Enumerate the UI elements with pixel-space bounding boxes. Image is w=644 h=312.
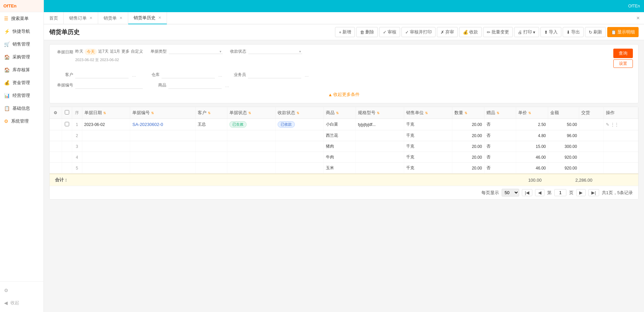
select-all-checkbox[interactable] bbox=[65, 110, 69, 114]
row-seq: 1 bbox=[72, 119, 82, 130]
row-doc-no bbox=[130, 163, 195, 174]
search-icon: ☰ bbox=[4, 16, 8, 21]
reject-button[interactable]: ✗ 弃审 bbox=[437, 27, 458, 37]
customer-dots[interactable]: ... bbox=[131, 72, 136, 78]
row-spec bbox=[356, 163, 404, 174]
tab-sales-delivery-close[interactable]: ✕ bbox=[119, 16, 122, 20]
add-button[interactable]: + 新增 bbox=[335, 27, 355, 37]
th-payment-status[interactable]: 收款状态⇅ bbox=[276, 107, 324, 119]
warehouse-dots[interactable]: ... bbox=[217, 72, 222, 78]
sidebar-item-operations-mgmt[interactable]: 📊 经营管理 bbox=[0, 89, 44, 102]
batch-change-button[interactable]: ✏ 批量变更 bbox=[483, 27, 513, 37]
sidebar-item-system-mgmt[interactable]: ⚙ 系统管理 bbox=[0, 115, 44, 128]
sidebar-item-settings[interactable]: ⚙ bbox=[0, 284, 44, 296]
date-quick-more[interactable]: 更多 bbox=[121, 49, 130, 55]
th-customer[interactable]: 客户⇅ bbox=[195, 107, 227, 119]
row-settings bbox=[50, 141, 62, 152]
th-qty[interactable]: 数量⇅ bbox=[452, 107, 484, 119]
print-button[interactable]: 🖨 打印 ▾ bbox=[514, 27, 539, 37]
doc-number-input[interactable] bbox=[75, 82, 143, 89]
date-filter-top: 单据日期 昨天 今天 近7天 近1月 更多 自定义 bbox=[55, 49, 143, 56]
th-gift[interactable]: 赠品⇅ bbox=[484, 107, 516, 119]
tab-sales-history-close[interactable]: ✕ bbox=[158, 16, 161, 20]
show-detail-button[interactable]: 📋 显示明细 bbox=[607, 27, 639, 37]
row-price: 46.00 bbox=[516, 152, 548, 163]
sidebar-item-search-menu[interactable]: ☰ 搜索菜单 bbox=[0, 12, 44, 25]
sidebar-item-finance-mgmt[interactable]: 💰 资金管理 bbox=[0, 76, 44, 89]
doc-no-link[interactable]: SA-20230602-0 bbox=[132, 122, 163, 127]
payment-status-dropdown-icon: ▾ bbox=[299, 50, 302, 53]
per-page-select[interactable]: 50 100 bbox=[502, 189, 519, 197]
top-bar-brand: OfTEn bbox=[628, 4, 640, 8]
first-page-button[interactable]: |◀ bbox=[522, 189, 532, 196]
th-price[interactable]: 单价⇅ bbox=[516, 107, 548, 119]
customer-input[interactable] bbox=[75, 71, 129, 78]
row-delivery bbox=[579, 119, 604, 130]
th-checkbox[interactable] bbox=[62, 107, 72, 119]
row-doc-status bbox=[227, 152, 276, 163]
product-input[interactable] bbox=[168, 82, 222, 89]
last-page-button[interactable]: ▶| bbox=[588, 189, 599, 196]
page-number-input[interactable] bbox=[554, 189, 566, 196]
export-button[interactable]: ⬇ 导出 bbox=[563, 27, 584, 37]
tab-sales-history[interactable]: 销货单历史 ✕ bbox=[128, 12, 167, 24]
approve-print-label: 审核并打印 bbox=[410, 29, 432, 35]
row-amount: 920.00 bbox=[548, 152, 579, 163]
th-doc-no[interactable]: 单据编号⇅ bbox=[130, 107, 195, 119]
th-product[interactable]: 商品⇅ bbox=[324, 107, 356, 119]
more-op-button[interactable]: ⋮⋮ bbox=[611, 122, 619, 127]
print-label: 打印 bbox=[523, 29, 532, 35]
tab-sales-delivery[interactable]: 销货单 ✕ bbox=[98, 12, 128, 24]
salesperson-input[interactable] bbox=[248, 71, 301, 78]
prev-page-button[interactable]: ◀ bbox=[535, 189, 544, 196]
date-quick-yesterday[interactable]: 昨天 bbox=[75, 49, 83, 55]
sidebar-item-basic-info[interactable]: 📋 基础信息 bbox=[0, 102, 44, 115]
tab-sales-order[interactable]: 销售订单 ✕ bbox=[64, 12, 98, 24]
next-page-button[interactable]: ▶ bbox=[576, 189, 586, 196]
th-settings[interactable]: ⚙ bbox=[50, 107, 62, 119]
refresh-button[interactable]: ↻ 刷新 bbox=[585, 27, 606, 37]
approve-button[interactable]: ✓ 审核 bbox=[379, 27, 400, 37]
warehouse-input[interactable] bbox=[162, 71, 215, 78]
filter-setting-button[interactable]: 设置 bbox=[613, 59, 633, 68]
row-checkbox[interactable] bbox=[62, 152, 72, 163]
row-checkbox-input[interactable] bbox=[65, 122, 69, 126]
sidebar-item-sales-mgmt[interactable]: 🛒 销售管理 bbox=[0, 38, 44, 51]
sidebar-label-basic: 基础信息 bbox=[12, 105, 30, 111]
sidebar-item-inventory[interactable]: 🏠 库存核算 bbox=[0, 63, 44, 76]
doc-type-select[interactable] bbox=[169, 49, 220, 54]
row-checkbox[interactable] bbox=[62, 119, 72, 130]
sidebar-item-collapse[interactable]: ◀ 收起 bbox=[0, 296, 44, 309]
refresh-label: 刷新 bbox=[593, 29, 602, 35]
th-spec[interactable]: 规格型号⇅ bbox=[356, 107, 404, 119]
th-doc-status[interactable]: 单据状态⇅ bbox=[227, 107, 276, 119]
th-doc-date[interactable]: 单据日期⇅ bbox=[82, 107, 130, 119]
collapse-button[interactable]: ▲ 收起更多条件 bbox=[55, 90, 633, 99]
import-button[interactable]: ⬆ 导入 bbox=[540, 27, 561, 37]
reject-label: 弃审 bbox=[445, 29, 454, 35]
sidebar-item-quick-nav[interactable]: ⚡ 快捷导航 bbox=[0, 25, 44, 38]
payment-status-select[interactable] bbox=[248, 49, 299, 54]
row-unit: 千克 bbox=[404, 130, 452, 141]
query-button[interactable]: 查询 bbox=[613, 49, 633, 58]
collect-payment-button[interactable]: 💰 收款 bbox=[459, 27, 482, 37]
row-checkbox[interactable] bbox=[62, 141, 72, 152]
tabs-close-all[interactable]: ✕ bbox=[632, 16, 644, 21]
salesperson-dots[interactable]: ... bbox=[303, 72, 309, 78]
product-dots[interactable]: ... bbox=[224, 83, 229, 88]
tab-sales-order-close[interactable]: ✕ bbox=[89, 16, 92, 20]
date-quick-custom[interactable]: 自定义 bbox=[131, 49, 143, 55]
date-quick-7days[interactable]: 近7天 bbox=[98, 49, 109, 55]
date-quick-today[interactable]: 今天 bbox=[85, 49, 97, 55]
row-checkbox[interactable] bbox=[62, 130, 72, 141]
row-checkbox[interactable] bbox=[62, 163, 72, 174]
th-unit[interactable]: 销售单位⇅ bbox=[404, 107, 452, 119]
tab-home[interactable]: 首页 bbox=[44, 12, 64, 24]
sidebar-item-purchase-mgmt[interactable]: 🏠 采购管理 bbox=[0, 51, 44, 63]
edit-op-button[interactable]: ✎ bbox=[606, 122, 609, 127]
delete-button[interactable]: 🗑 删除 bbox=[356, 27, 378, 37]
date-quick-1month[interactable]: 近1月 bbox=[110, 49, 120, 55]
approve-print-button[interactable]: ✓ 审核并打印 bbox=[401, 27, 436, 37]
row-product: 猪肉 bbox=[324, 141, 356, 152]
tab-sales-history-label: 销货单历史 bbox=[134, 15, 156, 21]
